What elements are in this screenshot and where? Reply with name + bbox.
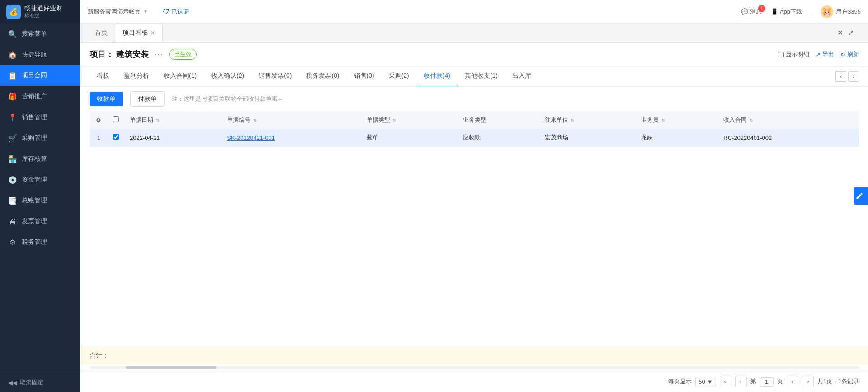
avatar: 🐹 (821, 5, 833, 18)
salesman-column-header[interactable]: 业务员 ⇅ (636, 111, 718, 129)
refresh-icon: ↻ (840, 51, 845, 58)
close-tab-icon[interactable]: ✕ (151, 30, 155, 36)
expand-window-button[interactable]: ⤢ (848, 29, 854, 37)
next-tab-button[interactable]: › (848, 71, 859, 82)
table-total: 合计： (80, 347, 868, 364)
app-download-button[interactable]: 📱 App下载 (771, 8, 802, 16)
refresh-button[interactable]: ↻ 刷新 (840, 50, 859, 58)
floating-action-button[interactable] (854, 187, 868, 205)
tab-home[interactable]: 首页 (88, 24, 115, 42)
sidebar-item-sales[interactable]: 📍 销售管理 (0, 107, 80, 128)
tab-bar: 首页 项目看板 ✕ ✕ ⤢ (80, 24, 868, 43)
sidebar-item-invoice[interactable]: 🖨 发票管理 (0, 211, 80, 232)
per-page-select[interactable]: 50 ▼ (695, 377, 716, 387)
sidebar-label-tax: 税务管理 (22, 238, 47, 246)
number-sort-icon: ⇅ (253, 118, 257, 123)
tab-income-confirm[interactable]: 收入确认(2) (204, 67, 251, 86)
next-page-button[interactable]: › (787, 376, 798, 387)
phone-icon: 📱 (771, 8, 778, 15)
edit-icon (855, 192, 863, 200)
show-detail-checkbox[interactable]: 显示明细 (778, 50, 809, 58)
sidebar-item-inventory[interactable]: 🏪 库存核算 (0, 148, 80, 169)
page-prefix: 第 (750, 378, 756, 386)
unpin-sidebar-button[interactable]: ◀◀ 取消固定 (0, 373, 80, 392)
table-row[interactable]: 1 2022-04-21 SK-20220421-001 蓝单 应收款 宏茂商场… (90, 129, 859, 147)
date-sort-icon: ⇅ (156, 118, 160, 123)
tab-profit[interactable]: 盈利分析 (117, 67, 156, 86)
payment-tab-button[interactable]: 付款单 (130, 91, 165, 107)
table-header-row: ⚙ 单据日期 ⇅ 单据编号 ⇅ 单据类型 (90, 111, 859, 129)
row-checkbox[interactable] (113, 134, 119, 140)
total-label: 合计： (90, 352, 108, 359)
checkbox-column-header[interactable] (108, 111, 124, 129)
unpin-icon: ◀◀ (8, 379, 17, 386)
sidebar-item-capital[interactable]: 💿 资金管理 (0, 169, 80, 190)
page-suffix: 页 (777, 378, 783, 386)
row-partner: 宏茂商场 (539, 129, 636, 147)
biz-type-column-header: 业务类型 (458, 111, 539, 129)
row-checkbox-cell[interactable] (108, 129, 124, 147)
sidebar-label-inventory: 库存核算 (22, 155, 47, 163)
message-button[interactable]: 💬 消息 1 (741, 8, 762, 16)
sidebar-item-marketing[interactable]: 🎁 营销推广 (0, 86, 80, 107)
home-icon: 🏠 (8, 50, 17, 59)
select-all-checkbox[interactable] (113, 116, 119, 122)
scrollbar-thumb[interactable] (126, 366, 216, 369)
prev-page-button[interactable]: ‹ (735, 376, 747, 387)
last-page-button[interactable]: » (802, 376, 814, 387)
logo-icon: 💰 (6, 5, 21, 19)
tab-receipt[interactable]: 收付款(4) (416, 67, 458, 86)
tab-other-expense[interactable]: 其他收支(1) (458, 67, 505, 86)
horizontal-scrollbar[interactable] (80, 364, 868, 371)
topbar-divider (811, 7, 811, 16)
close-window-button[interactable]: ✕ (837, 29, 843, 37)
row-num: 1 (90, 129, 108, 147)
more-options-button[interactable]: ··· (154, 50, 164, 59)
message-icon: 💬 (741, 8, 748, 15)
page-content: 项目： 建筑安装 ··· 已生效 显示明细 ↗ 导出 ↻ (80, 43, 868, 392)
prev-tab-button[interactable]: ‹ (835, 71, 846, 82)
type-column-header[interactable]: 单据类型 ⇅ (361, 111, 458, 129)
partner-sort-icon: ⇅ (571, 118, 574, 123)
date-column-header[interactable]: 单据日期 ⇅ (124, 111, 222, 129)
income-contract-sort-icon: ⇅ (750, 118, 753, 123)
sidebar-item-tax[interactable]: ⚙ 税务管理 (0, 232, 80, 253)
partner-column-header[interactable]: 往来单位 ⇅ (539, 111, 636, 129)
home-tab-label: 首页 (95, 29, 108, 37)
sidebar-item-project-contract[interactable]: 📋 项目合同 (0, 65, 80, 86)
gear-column-header[interactable]: ⚙ (90, 111, 108, 129)
tab-project-board[interactable]: 项目看板 ✕ (115, 24, 163, 42)
tab-sales[interactable]: 销售(0) (347, 67, 382, 86)
invoice-icon: 🖨 (8, 217, 17, 226)
row-biz-type: 应收款 (458, 129, 539, 147)
page-header: 项目： 建筑安装 ··· 已生效 显示明细 ↗ 导出 ↻ (80, 43, 868, 67)
sidebar-item-purchase[interactable]: 🛒 采购管理 (0, 128, 80, 148)
tab-income-contract[interactable]: 收入合同(1) (156, 67, 204, 86)
income-contract-column-header[interactable]: 收入合同 ⇅ (718, 111, 859, 129)
receipt-tab-button[interactable]: 收款单 (90, 92, 123, 106)
row-number[interactable]: SK-20220421-001 (222, 129, 361, 147)
user-menu-button[interactable]: 🐹 用户3355 (821, 5, 861, 18)
sidebar-scroll: 🔍 搜索菜单 🏠 快捷导航 📋 项目合同 🎁 营销推广 📍 销售管理 🛒 采购管… (0, 24, 80, 373)
tab-purchase[interactable]: 采购(2) (382, 67, 416, 86)
main-area: 新服务官网演示账套 ▼ 🛡 已认证 💬 消息 1 📱 App下载 🐹 用户335… (80, 0, 868, 392)
current-page[interactable]: 1 (760, 377, 774, 387)
tab-inout-storage[interactable]: 出入库 (505, 67, 538, 86)
sidebar-item-quick-nav[interactable]: 🏠 快捷导航 (0, 44, 80, 65)
tab-sales-invoice[interactable]: 销售发票(0) (251, 67, 299, 86)
sub-tab-navigation: ‹ › (835, 71, 859, 82)
search-icon: 🔍 (8, 29, 17, 38)
sidebar-item-search[interactable]: 🔍 搜索菜单 (0, 24, 80, 44)
tab-tax-invoice[interactable]: 税务发票(0) (299, 67, 346, 86)
sidebar-label-marketing: 营销推广 (22, 92, 47, 100)
sidebar-item-ledger[interactable]: 📑 总账管理 (0, 190, 80, 211)
first-page-button[interactable]: « (720, 376, 731, 387)
account-selector[interactable]: 新服务官网演示账套 ▼ (88, 8, 148, 16)
tab-kanban[interactable]: 看板 (90, 67, 117, 86)
project-icon: 📋 (8, 71, 17, 80)
export-button[interactable]: ↗ 导出 (816, 50, 834, 58)
number-column-header[interactable]: 单据编号 ⇅ (222, 111, 361, 129)
show-detail-input[interactable] (778, 52, 784, 57)
salesman-sort-icon: ⇅ (661, 118, 665, 123)
sidebar-label-purchase: 采购管理 (22, 134, 47, 142)
